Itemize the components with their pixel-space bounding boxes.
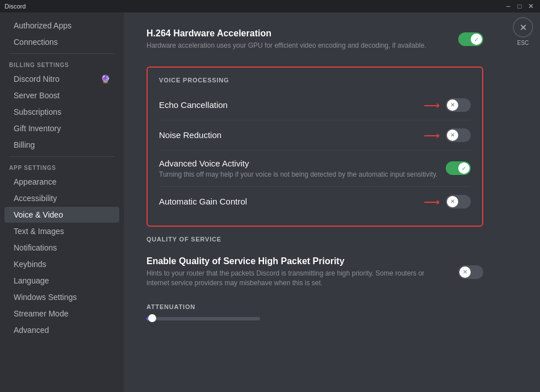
qos-title: Enable Quality of Service High Packet Pr… — [146, 256, 445, 266]
advanced-voice-activity-desc: Turning this off may help if your voice … — [159, 170, 446, 178]
close-esc-button[interactable]: ✕ — [513, 17, 533, 37]
h264-toggle[interactable]: ✓ — [458, 32, 483, 46]
advanced-voice-activity-title: Advanced Voice Activity — [159, 159, 446, 168]
qos-toggle-knob: ✕ — [459, 266, 471, 278]
noise-reduction-knob: ✕ — [447, 130, 458, 141]
sidebar-item-discord-nitro[interactable]: Discord Nitro 🔮 — [5, 71, 119, 87]
app-layout: Authorized Apps Connections BILLING SETT… — [0, 12, 540, 392]
app-title: Discord — [5, 3, 26, 10]
nitro-icon: 🔮 — [101, 74, 110, 84]
advanced-voice-activity-row: Advanced Voice Activity Turning this off… — [159, 151, 471, 187]
sidebar-item-label: Subscriptions — [14, 107, 61, 116]
h264-title: H.264 Hardware Acceleration — [146, 28, 445, 39]
qos-toggle[interactable]: ✕ — [458, 265, 483, 279]
noise-reduction-toggle[interactable]: ✕ — [446, 128, 471, 142]
sidebar-item-label: Billing — [14, 140, 35, 149]
advanced-voice-activity-toggle[interactable]: ✓ — [446, 161, 471, 175]
sidebar-item-accessibility[interactable]: Accessibility — [5, 190, 119, 206]
advanced-voice-activity-left: Advanced Voice Activity Turning this off… — [159, 159, 446, 178]
sidebar-item-gift-inventory[interactable]: Gift Inventory — [5, 120, 119, 136]
voice-processing-box: VOICE PROCESSING Echo Cancellation ⟶ ✕ — [146, 66, 483, 227]
sidebar-divider — [9, 53, 115, 54]
qos-section: QUALITY OF SERVICE Enable Quality of Ser… — [146, 236, 483, 295]
sidebar-item-label: Gift Inventory — [14, 124, 61, 133]
content-area: H.264 Hardware Acceleration Hardware acc… — [124, 12, 506, 392]
sidebar-item-subscriptions[interactable]: Subscriptions — [5, 104, 119, 120]
automatic-gain-control-knob: ✕ — [447, 196, 458, 207]
automatic-gain-control-left: Automatic Gain Control — [159, 197, 424, 206]
echo-cancellation-left: Echo Cancellation — [159, 100, 424, 110]
sidebar: Authorized Apps Connections BILLING SETT… — [0, 12, 124, 392]
automatic-gain-control-title: Automatic Gain Control — [159, 197, 424, 206]
sidebar-item-label: Discord Nitro — [14, 74, 60, 84]
esc-label: ESC — [517, 40, 529, 46]
automatic-gain-control-right: ⟶ ✕ — [424, 195, 471, 208]
attenuation-slider-thumb[interactable] — [148, 314, 156, 322]
sidebar-item-windows-settings[interactable]: Windows Settings — [5, 289, 119, 305]
attenuation-label: ATTENUATION — [146, 303, 483, 310]
sidebar-item-authorized-apps[interactable]: Authorized Apps — [5, 18, 119, 34]
echo-cancellation-right: ⟶ ✕ — [424, 98, 471, 112]
sidebar-item-label: Notifications — [14, 243, 57, 252]
sidebar-divider-2 — [9, 156, 115, 157]
automatic-gain-control-toggle[interactable]: ✕ — [446, 195, 471, 208]
attenuation-slider-track[interactable] — [146, 317, 260, 320]
h264-desc: Hardware acceleration uses your GPU for … — [146, 41, 445, 51]
sidebar-item-label: Server Boost — [14, 91, 60, 100]
sidebar-item-appearance[interactable]: Appearance — [5, 174, 119, 190]
attenuation-slider-container — [146, 317, 483, 320]
sidebar-item-voice-video[interactable]: Voice & Video — [5, 207, 119, 223]
voice-processing-label: VOICE PROCESSING — [159, 77, 471, 84]
qos-setting-left: Enable Quality of Service High Packet Pr… — [146, 256, 458, 288]
window-controls: – □ ✕ — [504, 2, 535, 11]
sidebar-item-server-boost[interactable]: Server Boost — [5, 87, 119, 103]
sidebar-item-text-images[interactable]: Text & Images — [5, 223, 119, 239]
content-inner: H.264 Hardware Acceleration Hardware acc… — [124, 12, 506, 330]
qos-desc: Hints to your router that the packets Di… — [146, 269, 445, 288]
sidebar-item-label: Language — [14, 276, 49, 285]
h264-setting-left: H.264 Hardware Acceleration Hardware acc… — [146, 28, 458, 51]
sidebar-item-label: Streamer Mode — [14, 309, 68, 318]
sidebar-item-label: Advanced — [14, 326, 49, 335]
sidebar-item-billing[interactable]: Billing — [5, 137, 119, 153]
automatic-gain-control-row: Automatic Gain Control ⟶ ✕ — [159, 187, 471, 216]
sidebar-item-label: Voice & Video — [14, 210, 63, 219]
billing-settings-label: BILLING SETTINGS — [0, 57, 124, 70]
noise-reduction-title: Noise Reduction — [159, 130, 424, 140]
sidebar-item-language[interactable]: Language — [5, 273, 119, 289]
sidebar-item-label: Accessibility — [14, 194, 57, 203]
sidebar-item-connections[interactable]: Connections — [5, 34, 119, 50]
qos-setting-row: Enable Quality of Service High Packet Pr… — [146, 249, 483, 295]
noise-reduction-arrow: ⟶ — [424, 128, 440, 142]
sidebar-item-keybinds[interactable]: Keybinds — [5, 256, 119, 272]
noise-reduction-left: Noise Reduction — [159, 130, 424, 140]
sidebar-item-notifications[interactable]: Notifications — [5, 240, 119, 256]
sidebar-item-label: Text & Images — [14, 227, 64, 236]
sidebar-item-label: Keybinds — [14, 260, 47, 269]
echo-cancellation-row: Echo Cancellation ⟶ ✕ — [159, 90, 471, 120]
minimize-button[interactable]: – — [504, 2, 513, 11]
echo-cancellation-arrow: ⟶ — [424, 98, 440, 112]
sidebar-item-label: Appearance — [14, 177, 57, 186]
h264-toggle-knob: ✓ — [471, 34, 482, 45]
sidebar-item-streamer-mode[interactable]: Streamer Mode — [5, 306, 119, 322]
advanced-voice-activity-knob: ✓ — [458, 162, 470, 174]
qos-section-label: QUALITY OF SERVICE — [146, 236, 483, 243]
sidebar-item-label: Connections — [14, 37, 58, 47]
attenuation-section: ATTENUATION — [146, 303, 483, 320]
esc-area: ✕ ESC — [506, 12, 540, 392]
automatic-gain-control-arrow: ⟶ — [424, 195, 440, 208]
title-bar: Discord – □ ✕ — [0, 0, 540, 12]
noise-reduction-right: ⟶ ✕ — [424, 128, 471, 142]
maximize-button[interactable]: □ — [515, 2, 524, 11]
close-button[interactable]: ✕ — [526, 2, 535, 11]
sidebar-item-label: Authorized Apps — [14, 21, 72, 30]
sidebar-item-advanced[interactable]: Advanced — [5, 322, 119, 338]
sidebar-item-label: Windows Settings — [14, 293, 77, 302]
echo-cancellation-knob: ✕ — [447, 99, 458, 111]
advanced-voice-activity-right: ✓ — [446, 161, 471, 175]
app-settings-label: APP SETTINGS — [0, 160, 124, 173]
noise-reduction-row: Noise Reduction ⟶ ✕ — [159, 120, 471, 151]
echo-cancellation-title: Echo Cancellation — [159, 100, 424, 110]
echo-cancellation-toggle[interactable]: ✕ — [446, 98, 471, 112]
